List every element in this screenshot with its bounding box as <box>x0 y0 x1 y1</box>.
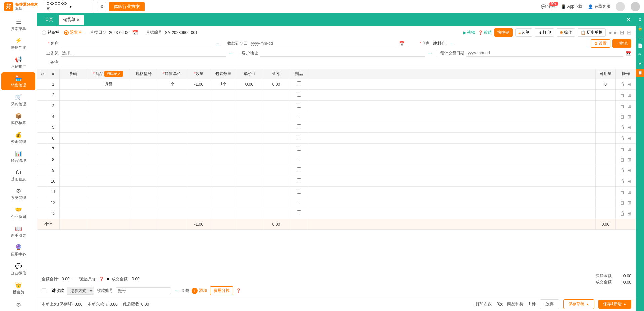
cell-price[interactable]: 0.00 <box>236 79 263 90</box>
warehouse-more-btn[interactable]: ··· <box>450 41 453 46</box>
radio-return[interactable]: 退货单 <box>64 30 82 35</box>
cell-unit[interactable] <box>157 111 187 122</box>
nav-prev-icon[interactable]: ◀ <box>608 30 611 35</box>
company-selector[interactable]: XXXXXX公司 ▾ <box>44 0 94 14</box>
cell-unit[interactable] <box>157 90 187 101</box>
sidebar-item-marketing[interactable]: 📢 营销推广 <box>1 53 35 72</box>
delete-row-btn[interactable]: 🗑 <box>619 189 626 195</box>
sidebar-item-system[interactable]: ⚙ 系统管理 <box>1 185 35 203</box>
cell-qty[interactable] <box>187 111 211 122</box>
cell-price[interactable] <box>236 90 263 101</box>
user-avatar[interactable] <box>616 2 625 11</box>
cell-product[interactable] <box>86 197 130 208</box>
cell-pkgqty[interactable] <box>211 165 236 176</box>
notes-input[interactable] <box>61 59 631 66</box>
cell-remark[interactable] <box>308 111 596 122</box>
history-btn[interactable]: 📋 历史单据 <box>578 28 606 37</box>
settings-gear-btn[interactable]: ⚙ <box>97 2 106 11</box>
cell-gift[interactable] <box>290 79 308 90</box>
cell-spec[interactable] <box>130 208 157 219</box>
cell-product[interactable] <box>86 208 130 219</box>
salesperson-input[interactable] <box>61 50 226 57</box>
cell-price[interactable] <box>236 187 263 197</box>
cell-amount[interactable]: 0.00 <box>263 79 290 90</box>
cell-unit[interactable] <box>157 176 187 187</box>
cell-amount[interactable] <box>263 187 290 197</box>
delete-row-btn[interactable]: 🗑 <box>619 211 626 216</box>
cell-gift[interactable] <box>290 122 308 133</box>
cell-price[interactable] <box>236 208 263 219</box>
cell-gift[interactable] <box>290 176 308 187</box>
cell-amount[interactable] <box>263 101 290 111</box>
save-new-btn[interactable]: 保存&新增 ▲ <box>598 300 631 309</box>
cell-remark[interactable] <box>308 208 596 219</box>
cell-unit[interactable] <box>157 122 187 133</box>
cell-unit[interactable] <box>157 208 187 219</box>
cell-spec[interactable] <box>130 154 157 165</box>
cell-gift[interactable] <box>290 154 308 165</box>
cell-amount[interactable] <box>263 111 290 122</box>
calc-method-select[interactable]: 结算方式 <box>67 287 94 295</box>
sidebar-settings-btn[interactable]: ⚙ <box>1 300 35 309</box>
cell-unit[interactable] <box>157 101 187 111</box>
delete-row-btn[interactable]: 🗑 <box>619 114 626 119</box>
delete-row-btn[interactable]: 🗑 <box>619 82 626 87</box>
delivery-date-input[interactable] <box>466 50 623 57</box>
cell-spec[interactable] <box>130 176 157 187</box>
customer-more-btn[interactable]: ··· <box>216 41 219 46</box>
copy-row-btn[interactable]: ⊞ <box>627 92 632 98</box>
copy-row-btn[interactable]: ⊞ <box>627 211 632 216</box>
sidebar-item-sales[interactable]: 🏪 销售管理 <box>1 72 35 90</box>
print-btn[interactable]: 🖨 打印 <box>535 28 554 37</box>
cell-pkgqty[interactable] <box>211 111 236 122</box>
cell-price[interactable] <box>236 176 263 187</box>
cell-amount[interactable] <box>263 208 290 219</box>
delivery-calendar-icon[interactable]: 📅 <box>626 51 631 56</box>
cell-qty[interactable] <box>187 197 211 208</box>
cell-pkgqty[interactable] <box>211 90 236 101</box>
tab-close-icon[interactable]: ✕ <box>77 18 79 22</box>
cell-barcode[interactable] <box>60 90 86 101</box>
cell-amount[interactable] <box>263 176 290 187</box>
cell-amount[interactable] <box>263 90 290 101</box>
cell-spec[interactable] <box>130 165 157 176</box>
help-link[interactable]: ❓ 帮助 <box>478 30 492 35</box>
rp-btn-1[interactable]: ≡ <box>637 16 643 23</box>
copy-row-btn[interactable]: ⊞ <box>627 168 632 173</box>
view-list-icon[interactable]: ⊞ <box>620 29 624 36</box>
cell-price[interactable] <box>236 197 263 208</box>
copy-row-btn[interactable]: ⊞ <box>627 125 632 130</box>
account-more-btn[interactable]: ··· <box>175 288 178 293</box>
payment-due-input[interactable] <box>250 40 397 47</box>
cell-pkgqty[interactable] <box>211 122 236 133</box>
cell-qty[interactable] <box>187 90 211 101</box>
shortcut-btn[interactable]: 快捷键 <box>494 28 513 37</box>
copy-row-btn[interactable]: ⊞ <box>627 103 632 109</box>
cell-price[interactable] <box>236 165 263 176</box>
cell-pkgqty[interactable] <box>211 197 236 208</box>
delete-row-btn[interactable]: 🗑 <box>619 200 626 205</box>
cell-pkgqty[interactable] <box>211 208 236 219</box>
copy-row-btn[interactable]: ⊞ <box>627 189 632 195</box>
rp-btn-orange[interactable]: 📋 <box>636 69 644 77</box>
cell-gift[interactable] <box>290 144 308 154</box>
cell-product[interactable] <box>86 144 130 154</box>
cell-qty[interactable] <box>187 165 211 176</box>
app-download-btn[interactable]: 📱 App下载 <box>561 4 582 9</box>
calendar-icon[interactable]: 📅 <box>399 41 405 46</box>
cell-product[interactable] <box>86 90 130 101</box>
cell-barcode[interactable] <box>60 208 86 219</box>
cell-amount[interactable] <box>263 165 290 176</box>
cell-barcode[interactable] <box>60 176 86 187</box>
cell-product[interactable] <box>86 111 130 122</box>
cell-pkgqty[interactable] <box>211 101 236 111</box>
rp-btn-6[interactable]: ★ <box>637 60 643 67</box>
user-avatar2[interactable] <box>631 2 640 11</box>
cell-remark[interactable] <box>308 122 596 133</box>
cell-amount[interactable] <box>263 133 290 144</box>
copy-row-btn[interactable]: ⊞ <box>627 179 632 184</box>
scan-btn[interactable]: 扫码录入 <box>104 71 123 77</box>
delete-row-btn[interactable]: 🗑 <box>619 125 626 130</box>
experience-btn[interactable]: 体验行业方案 <box>109 2 145 11</box>
cell-qty[interactable]: -1.00 <box>187 79 211 90</box>
